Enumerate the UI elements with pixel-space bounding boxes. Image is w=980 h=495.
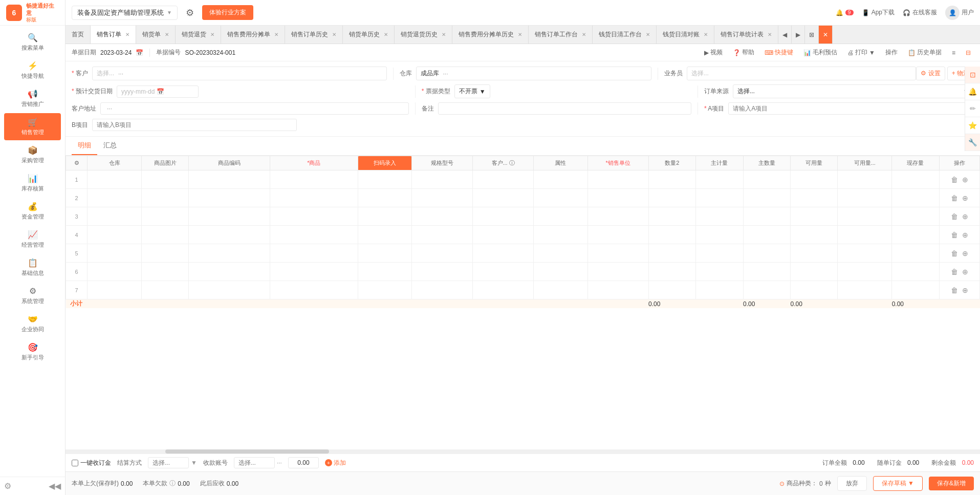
topbar-settings-icon[interactable]: ⚙ [184, 5, 196, 20]
sidebar-item-10[interactable]: 🤝企业协同 [4, 310, 61, 337]
tab-close-7[interactable]: ✕ [442, 32, 446, 37]
tab-close-6[interactable]: ✕ [384, 32, 388, 37]
app-name-selector[interactable]: 装备及固定资产辅助管理系统 ▼ [72, 6, 178, 20]
tab-4[interactable]: 销售费用分摊单✕ [221, 26, 285, 44]
sidebar-item-0[interactable]: 🔍搜索菜单 [4, 29, 61, 56]
save-draft-btn[interactable]: 保存草稿 ▼ [873, 476, 923, 491]
tab-7[interactable]: 销货退货历史✕ [395, 26, 452, 44]
tab-close-2[interactable]: ✕ [165, 32, 169, 37]
account-input[interactable] [234, 457, 275, 468]
app-download-item[interactable]: 📱 App下载 [862, 8, 895, 17]
delivery-input[interactable]: yyyy-mm-dd 📅 [117, 85, 199, 98]
th-settings[interactable]: ⚙ [66, 156, 88, 170]
form-view-btn[interactable]: ⊟ [963, 48, 974, 57]
sidebar-item-9[interactable]: ⚙系统管理 [4, 282, 61, 309]
tab-5[interactable]: 销售订单历史✕ [285, 26, 343, 44]
tab-0[interactable]: 首页 [66, 26, 91, 44]
payment-arrow[interactable]: ▼ [191, 459, 197, 466]
industry-btn[interactable]: 体验行业方案 [202, 5, 253, 20]
copy-btn-3[interactable]: ⊕ [961, 211, 969, 222]
right-btn-2[interactable]: 🔔 [965, 83, 980, 100]
list-view-btn[interactable]: ≡ [949, 48, 959, 57]
tab-8[interactable]: 销售费用分摊单历史✕ [452, 26, 529, 44]
sidebar-item-6[interactable]: 💰资金管理 [4, 198, 61, 225]
tab-close-1[interactable]: ✕ [125, 32, 129, 37]
operation-btn[interactable]: 操作 [882, 47, 901, 58]
tab-next-btn[interactable]: ▶ [792, 26, 805, 44]
tab-detail[interactable]: 明细 [72, 137, 97, 155]
tab-12[interactable]: 销售订单统计表✕ [714, 26, 778, 44]
copy-btn-1[interactable]: ⊕ [961, 175, 969, 185]
b-project-input[interactable] [92, 119, 297, 131]
tab-11[interactable]: 钱货日清对账✕ [657, 26, 714, 44]
scroll-indicator[interactable] [66, 449, 980, 454]
shortcut-btn[interactable]: ⌨ 快捷键 [761, 47, 796, 58]
delete-btn-4[interactable]: 🗑 [950, 230, 959, 240]
tab-close-3[interactable]: ✕ [210, 32, 214, 37]
collapse-icon[interactable]: ◀◀ [49, 481, 61, 491]
save-new-btn[interactable]: 保存&新增 [929, 477, 974, 490]
tab-close-10[interactable]: ✕ [646, 32, 650, 37]
sidebar-item-11[interactable]: 🎯新手引导 [4, 338, 61, 365]
sidebar-item-7[interactable]: 📈经营管理 [4, 226, 61, 253]
delivery-calendar-icon[interactable]: 📅 [157, 88, 164, 95]
customer-expand-btn[interactable]: ··· [118, 70, 123, 77]
add-btn[interactable]: + 添加 [325, 459, 346, 467]
customer-input[interactable]: 选择... ··· [92, 67, 386, 80]
print-btn[interactable]: 🖨 打印 ▼ [844, 47, 878, 58]
order-source-select[interactable]: 选择... ▼ [733, 84, 974, 98]
copy-btn-4[interactable]: ⊕ [961, 230, 969, 240]
settings-icon[interactable]: ⚙ [4, 481, 11, 491]
tab-6[interactable]: 销货单历史✕ [343, 26, 395, 44]
copy-btn-6[interactable]: ⊕ [961, 267, 969, 277]
a-project-input[interactable] [728, 102, 974, 115]
th-scan[interactable]: 扫码录入 [358, 156, 412, 170]
calendar-icon[interactable]: 📅 [136, 49, 143, 56]
tab-close-all-btn[interactable]: ✕ [819, 26, 833, 44]
user-item[interactable]: 👤 用户 [945, 6, 974, 20]
tab-summary[interactable]: 汇总 [97, 137, 123, 155]
discard-btn[interactable]: 放弃 [837, 476, 867, 491]
right-btn-3[interactable]: ✏ [965, 100, 980, 117]
account-expand-btn[interactable]: ··· [277, 459, 282, 466]
address-expand-btn[interactable]: ··· [107, 105, 112, 112]
tab-prev-btn[interactable]: ◀ [778, 26, 792, 44]
tab-3[interactable]: 销货退货✕ [176, 26, 221, 44]
note-input[interactable] [438, 102, 691, 115]
right-btn-4[interactable]: ⭐ [965, 117, 980, 134]
sidebar-item-3[interactable]: 🛒销售管理 [4, 113, 61, 140]
tab-more-btn[interactable]: ⊠ [805, 26, 819, 44]
invoice-select[interactable]: 不开票 ▼ [454, 84, 490, 98]
delete-btn-2[interactable]: 🗑 [950, 193, 959, 203]
profit-btn[interactable]: 📊 毛利预估 [800, 47, 840, 58]
staff-input[interactable]: 选择... [687, 67, 916, 80]
sidebar-item-8[interactable]: 📋基础信息 [4, 254, 61, 281]
history-btn[interactable]: 📋 历史单据 [905, 47, 945, 58]
notification-item[interactable]: 🔔 9 [836, 9, 854, 16]
delete-btn-7[interactable]: 🗑 [950, 285, 959, 295]
one-click-input[interactable] [72, 460, 78, 466]
tab-close-12[interactable]: ✕ [768, 32, 772, 37]
copy-btn-2[interactable]: ⊕ [961, 193, 969, 203]
address-input[interactable]: ··· [100, 102, 409, 115]
table-container[interactable]: ⚙ 仓库 商品图片 商品编码 *商品 扫码录入 规格型号 客户... ⓘ 属性 … [66, 156, 980, 449]
sidebar-item-4[interactable]: 📦采购管理 [4, 141, 61, 168]
delete-btn-6[interactable]: 🗑 [950, 267, 959, 277]
tab-close-9[interactable]: ✕ [582, 32, 586, 37]
online-service-item[interactable]: 🎧 在线客服 [903, 8, 937, 17]
right-btn-5[interactable]: 🔧 [965, 134, 980, 151]
sidebar-item-5[interactable]: 📊库存核算 [4, 169, 61, 197]
sidebar-item-2[interactable]: 📢营销推广 [4, 85, 61, 112]
tab-9[interactable]: 销售订单工作台✕ [529, 26, 593, 44]
tab-close-8[interactable]: ✕ [518, 32, 522, 37]
copy-btn-5[interactable]: ⊕ [961, 248, 969, 259]
delete-btn-1[interactable]: 🗑 [950, 175, 959, 185]
sidebar-item-1[interactable]: ⚡快捷导航 [4, 57, 61, 84]
settings-field-btn[interactable]: ⚙ 设置 [916, 67, 945, 80]
delete-btn-3[interactable]: 🗑 [950, 211, 959, 222]
one-click-checkbox[interactable]: 一键收订金 [72, 459, 111, 467]
help-btn[interactable]: ❓ 帮助 [730, 47, 757, 58]
copy-btn-7[interactable]: ⊕ [961, 285, 969, 295]
warehouse-input[interactable]: 成品库 ··· [416, 67, 651, 80]
tab-close-5[interactable]: ✕ [332, 32, 336, 37]
